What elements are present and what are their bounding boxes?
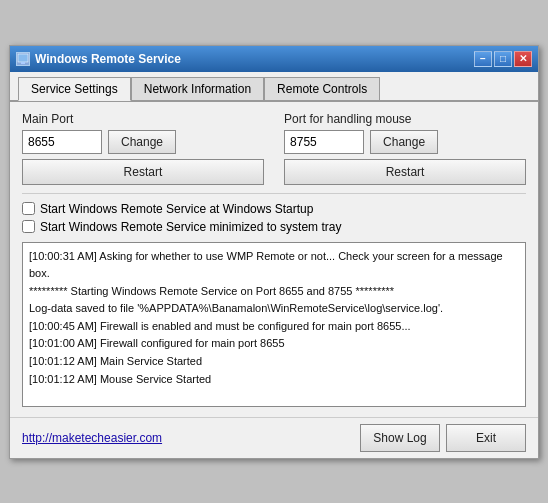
title-bar-left: Windows Remote Service [16,52,181,66]
title-buttons: − □ ✕ [474,51,532,67]
svg-rect-0 [18,54,28,62]
port-fields-row: Main Port Change Restart Port for handli… [22,112,526,185]
tray-checkbox[interactable] [22,220,35,233]
content-area: Main Port Change Restart Port for handli… [10,102,538,417]
url-link[interactable]: http://maketecheasier.com [22,431,162,445]
tab-network-information[interactable]: Network Information [131,77,264,101]
app-icon [16,52,30,66]
mouse-port-input[interactable] [284,130,364,154]
tray-checkbox-label: Start Windows Remote Service minimized t… [40,220,341,234]
main-port-change-button[interactable]: Change [108,130,176,154]
bottom-buttons: Show Log Exit [360,424,526,452]
bottom-bar: http://maketecheasier.com Show Log Exit [10,417,538,458]
main-port-input-row: Change [22,130,264,154]
log-line: [10:01:00 AM] Firewall configured for ma… [29,335,519,353]
window-title: Windows Remote Service [35,52,181,66]
log-line: [10:00:31 AM] Asking for whether to use … [29,248,519,283]
tab-service-settings[interactable]: Service Settings [18,77,131,101]
divider-1 [22,193,526,194]
main-port-label: Main Port [22,112,264,126]
tray-checkbox-row: Start Windows Remote Service minimized t… [22,220,526,234]
main-window: Windows Remote Service − □ ✕ Service Set… [9,45,539,459]
main-port-restart-button[interactable]: Restart [22,159,264,185]
startup-checkbox-label: Start Windows Remote Service at Windows … [40,202,313,216]
svg-rect-1 [21,62,25,64]
tab-remote-controls[interactable]: Remote Controls [264,77,380,101]
minimize-button[interactable]: − [474,51,492,67]
close-button[interactable]: ✕ [514,51,532,67]
main-port-group: Main Port Change Restart [22,112,264,185]
log-line: [10:00:45 AM] Firewall is enabled and mu… [29,318,519,336]
startup-checkbox[interactable] [22,202,35,215]
checkbox-section: Start Windows Remote Service at Windows … [22,202,526,234]
maximize-button[interactable]: □ [494,51,512,67]
log-line: [10:01:12 AM] Main Service Started [29,353,519,371]
exit-button[interactable]: Exit [446,424,526,452]
mouse-port-label: Port for handling mouse [284,112,526,126]
log-line: ********* Starting Windows Remote Servic… [29,283,519,301]
tab-bar: Service Settings Network Information Rem… [10,72,538,102]
mouse-port-restart-button[interactable]: Restart [284,159,526,185]
show-log-button[interactable]: Show Log [360,424,440,452]
main-port-input[interactable] [22,130,102,154]
mouse-port-change-button[interactable]: Change [370,130,438,154]
log-line: Log-data saved to file '%APPDATA%\Banama… [29,300,519,318]
log-area[interactable]: [10:00:31 AM] Asking for whether to use … [22,242,526,407]
mouse-port-group: Port for handling mouse Change Restart [284,112,526,185]
title-bar: Windows Remote Service − □ ✕ [10,46,538,72]
mouse-port-input-row: Change [284,130,526,154]
log-line: [10:01:12 AM] Mouse Service Started [29,371,519,389]
startup-checkbox-row: Start Windows Remote Service at Windows … [22,202,526,216]
